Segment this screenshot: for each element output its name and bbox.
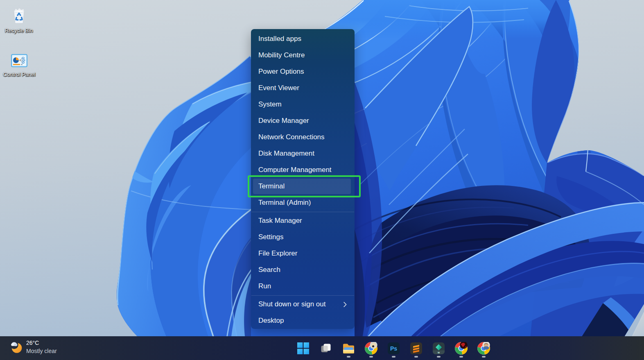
svg-text:w: w bbox=[437, 351, 440, 354]
svg-text:Ps: Ps bbox=[390, 345, 397, 352]
